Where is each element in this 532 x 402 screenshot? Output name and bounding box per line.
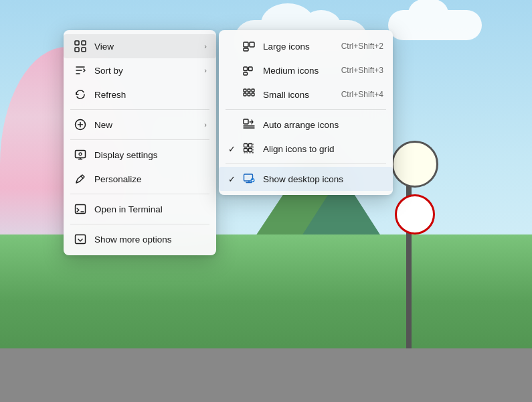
divider-4	[70, 224, 209, 224]
more-icon	[73, 232, 88, 247]
svg-rect-22	[244, 144, 248, 147]
context-menu: View › Sort by › Refresh	[64, 30, 216, 255]
align-grid-icon	[242, 141, 256, 156]
divider-3	[70, 194, 209, 194]
svg-rect-25	[249, 149, 252, 152]
road	[0, 348, 532, 402]
small-icons-icon	[242, 87, 256, 102]
cloud-2	[388, 10, 482, 40]
svg-rect-13	[249, 67, 253, 71]
view-arrow: ›	[204, 42, 207, 50]
svg-rect-0	[75, 41, 79, 45]
medium-icons-shortcut: Ctrl+Shift+3	[341, 66, 383, 75]
view-label: View	[94, 42, 199, 52]
menu-item-more[interactable]: Show more options	[64, 227, 216, 251]
svg-rect-9	[244, 42, 248, 47]
large-icons-icon	[242, 39, 256, 54]
align-grid-label: Align icons to grid	[263, 144, 383, 154]
svg-rect-18	[244, 93, 246, 96]
svg-rect-3	[82, 48, 86, 52]
svg-rect-14	[244, 72, 248, 75]
personalize-label: Personalize	[94, 174, 207, 184]
submenu-small-icons[interactable]: Small icons Ctrl+Shift+4	[219, 82, 393, 107]
new-icon	[73, 117, 88, 132]
svg-rect-8	[76, 235, 86, 244]
sign-2	[395, 194, 435, 234]
view-icon	[73, 39, 88, 54]
divider-2	[70, 139, 209, 140]
submenu-align-grid[interactable]: ✓ Align icons to grid	[219, 137, 393, 161]
sign-1	[391, 141, 438, 188]
svg-point-6	[79, 153, 82, 155]
svg-rect-19	[248, 93, 250, 96]
refresh-label: Refresh	[94, 90, 207, 100]
menu-item-view[interactable]: View ›	[64, 34, 216, 58]
svg-rect-5	[76, 151, 86, 158]
svg-rect-1	[82, 41, 86, 45]
menu-item-personalize[interactable]: Personalize	[64, 167, 216, 191]
svg-rect-2	[75, 48, 79, 52]
medium-icons-icon	[242, 63, 256, 78]
menu-item-sort[interactable]: Sort by ›	[64, 58, 216, 82]
svg-rect-24	[244, 149, 248, 152]
submenu-auto-arrange[interactable]: Auto arrange icons	[219, 113, 393, 137]
terminal-label: Open in Terminal	[94, 204, 207, 214]
align-grid-check: ✓	[228, 144, 242, 154]
svg-rect-20	[252, 93, 254, 96]
terminal-icon	[73, 202, 88, 216]
divider-1	[70, 109, 209, 110]
svg-rect-10	[250, 42, 254, 47]
refresh-icon	[73, 87, 88, 102]
context-menu-wrapper: View › Sort by › Refresh	[64, 30, 393, 255]
sort-arrow: ›	[204, 66, 207, 74]
svg-rect-11	[244, 48, 248, 51]
large-icons-shortcut: Ctrl+Shift+2	[341, 42, 383, 51]
small-icons-shortcut: Ctrl+Shift+4	[341, 90, 383, 99]
menu-item-refresh[interactable]: Refresh	[64, 82, 216, 107]
show-desktop-check: ✓	[228, 174, 242, 184]
new-arrow: ›	[204, 121, 207, 129]
small-icons-label: Small icons	[263, 90, 331, 100]
svg-rect-12	[244, 67, 248, 71]
menu-item-display[interactable]: Display settings	[64, 143, 216, 167]
svg-rect-15	[244, 89, 246, 92]
more-options-label: Show more options	[94, 234, 207, 245]
submenu-medium-icons[interactable]: Medium icons Ctrl+Shift+3	[219, 58, 393, 82]
large-icons-label: Large icons	[263, 42, 331, 52]
svg-rect-16	[248, 89, 250, 92]
new-label: New	[94, 120, 199, 130]
svg-rect-23	[249, 144, 252, 147]
submenu-divider-1	[226, 109, 386, 110]
view-submenu: Large icons Ctrl+Shift+2 Medium icons Ct…	[219, 30, 393, 195]
medium-icons-label: Medium icons	[263, 66, 331, 76]
show-desktop-icon	[242, 172, 256, 186]
svg-rect-21	[244, 119, 248, 124]
menu-item-new[interactable]: New ›	[64, 113, 216, 137]
auto-arrange-icon	[242, 117, 256, 132]
auto-arrange-label: Auto arrange icons	[263, 120, 383, 130]
submenu-large-icons[interactable]: Large icons Ctrl+Shift+2	[219, 34, 393, 58]
display-settings-icon	[73, 147, 88, 162]
display-settings-label: Display settings	[94, 150, 207, 160]
show-desktop-label: Show desktop icons	[263, 174, 383, 184]
sort-icon	[73, 63, 88, 78]
submenu-show-desktop[interactable]: ✓ Show desktop icons	[219, 167, 393, 191]
menu-item-terminal[interactable]: Open in Terminal	[64, 197, 216, 221]
submenu-divider-2	[226, 163, 386, 164]
personalize-icon	[73, 172, 88, 186]
sort-label: Sort by	[94, 66, 199, 76]
svg-point-27	[251, 178, 255, 182]
svg-rect-17	[252, 89, 254, 92]
